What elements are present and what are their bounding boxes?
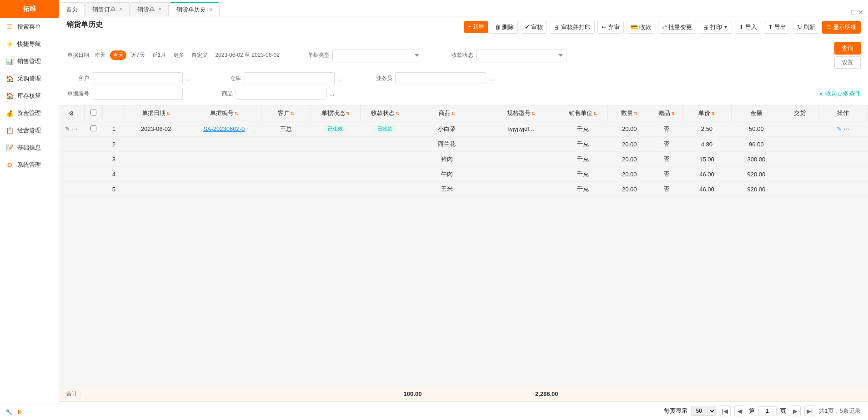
date-tag-more[interactable]: 更多: [171, 50, 187, 60]
row-settings-cell: [59, 167, 84, 182]
table-row: 2 西兰花千克20.00否4.8096.00: [59, 137, 868, 152]
pay-status-select[interactable]: [476, 50, 567, 61]
pause-icon[interactable]: ⏸: [16, 409, 22, 415]
row-amount: 96.00: [732, 137, 781, 152]
date-tag-7days[interactable]: 近7天: [128, 50, 148, 60]
per-page-select[interactable]: 50 100 200: [691, 406, 716, 416]
row-action-edit-icon[interactable]: ✎: [837, 125, 842, 132]
th-customer[interactable]: 客户 ⇅: [261, 105, 311, 121]
filter-docno: 单据编号: [66, 88, 183, 100]
review-button[interactable]: ✔ 审核: [521, 21, 547, 34]
page-input[interactable]: 1: [758, 406, 777, 415]
th-date[interactable]: 单据日期 ⇅: [125, 105, 187, 121]
th-qty[interactable]: 数量 ⇅: [608, 105, 651, 121]
collect-button[interactable]: 💳 收款: [627, 21, 655, 34]
new-button[interactable]: + 新增: [464, 21, 488, 33]
review-print-button[interactable]: 🖨 审核并打印: [550, 21, 595, 34]
settings-bottom-icon[interactable]: 🔧: [5, 409, 13, 415]
date-tag-yesterday[interactable]: 昨天: [92, 50, 108, 60]
sidebar-item-system[interactable]: ⚙ 系统管理: [0, 156, 59, 174]
row-qty: 20.00: [608, 182, 651, 197]
date-tag-1month[interactable]: 近1月: [150, 50, 169, 60]
sidebar-item-finance[interactable]: 💰 资金管理: [0, 105, 59, 122]
date-tag-today[interactable]: 今天: [110, 50, 126, 60]
docno-input[interactable]: [92, 88, 183, 100]
th-goods[interactable]: 商品 ⇅: [410, 105, 484, 121]
th-pay-status[interactable]: 收款状态 ⇅: [360, 105, 410, 121]
tab-home[interactable]: 首页: [59, 2, 85, 16]
sidebar: 拓维 ☰ 搜索菜单 ⚡ 快捷导航 📊 销售管理 🏠 采购管理 🏠 库存核算 💰 …: [0, 0, 59, 420]
row-date: [125, 182, 187, 197]
export-button[interactable]: ⬆ 导出: [764, 21, 790, 34]
th-action: 操作: [818, 105, 868, 121]
th-settings[interactable]: ⚙: [59, 105, 84, 121]
th-status[interactable]: 单据状态 ⇅: [311, 105, 360, 121]
prev-page-button[interactable]: ◀: [734, 405, 745, 416]
query-button[interactable]: 查询: [834, 42, 861, 55]
tab-sales-history[interactable]: 销货单历史 ✕: [170, 2, 220, 16]
row-price: 2.50: [682, 121, 732, 137]
sort-pay-status-icon: ⇅: [396, 111, 399, 116]
tab-sales-history-close[interactable]: ✕: [209, 7, 213, 13]
collapse-arrow-icon: ∧: [819, 90, 823, 97]
sidebar-item-inventory[interactable]: 🏠 库存核算: [0, 87, 59, 105]
window-minimize-icon[interactable]: —: [843, 9, 849, 16]
goods-ellipsis[interactable]: ...: [329, 90, 335, 97]
th-price[interactable]: 单价 ⇅: [682, 105, 732, 121]
sidebar-item-quick-nav[interactable]: ⚡ 快捷导航: [0, 35, 59, 53]
row-action-more-icon[interactable]: ⋯: [843, 125, 849, 132]
th-code[interactable]: 单据编号 ⇅: [187, 105, 261, 121]
import-icon: ⬇: [739, 24, 744, 30]
sidebar-item-basic-info[interactable]: 📝 基础信息: [0, 139, 59, 156]
first-page-button[interactable]: |◀: [720, 405, 731, 416]
next-page-button[interactable]: ▶: [790, 405, 801, 416]
row-trade: [781, 152, 818, 167]
collect-icon: 💳: [631, 24, 638, 30]
th-spec[interactable]: 规格型号 ⇅: [484, 105, 558, 121]
sidebar-item-purchase-mgmt[interactable]: 🏠 采购管理: [0, 70, 59, 87]
type-select[interactable]: [332, 50, 423, 61]
tab-sales-order-close[interactable]: ✕: [119, 6, 123, 12]
last-page-button[interactable]: ▶|: [804, 405, 815, 416]
row-qty: 20.00: [608, 152, 651, 167]
refresh-button[interactable]: ↻ 刷新: [793, 21, 819, 34]
collapse-button[interactable]: ∧ 收起更多条件: [819, 90, 861, 98]
delete-button[interactable]: 🗑 删除: [491, 21, 518, 34]
sales-mgmt-icon: 📊: [5, 57, 14, 65]
display-button[interactable]: ☰ 显示明细: [822, 21, 861, 34]
sidebar-item-operations[interactable]: 📋 经营管理: [0, 122, 59, 139]
row-edit-icon[interactable]: ✎: [65, 125, 70, 132]
row-amount: 300.00: [732, 152, 781, 167]
row-checkbox[interactable]: [90, 125, 96, 131]
import-button[interactable]: ⬇ 导入: [735, 21, 761, 34]
discard-button[interactable]: ↩ 弃审: [597, 21, 624, 34]
window-close-icon[interactable]: ✕: [858, 9, 863, 16]
th-unit[interactable]: 销售单位 ⇅: [558, 105, 608, 121]
tab-sales-order[interactable]: 销售订单 ✕: [85, 2, 130, 16]
date-tag-custom[interactable]: 自定义: [189, 50, 211, 60]
sidebar-bottom: 🔧 ⏸: [0, 404, 59, 420]
sidebar-item-sales-mgmt[interactable]: 📊 销售管理: [0, 53, 59, 70]
customer-input[interactable]: [92, 72, 183, 84]
batch-change-button[interactable]: ⇄ 批量变更: [658, 21, 696, 34]
warehouse-ellipsis[interactable]: ...: [337, 75, 343, 82]
setting-button[interactable]: 设置: [834, 56, 861, 69]
column-settings-icon[interactable]: ⚙: [69, 110, 74, 117]
print-button[interactable]: 🖨 打印 ▼: [699, 21, 732, 34]
goods-input[interactable]: [236, 88, 326, 100]
window-maximize-icon[interactable]: □: [852, 9, 855, 16]
row-pay-status: 已收款: [360, 121, 410, 137]
row-date: 2023-06-02: [125, 121, 187, 137]
row-code-link[interactable]: SA-20230602-0: [203, 125, 245, 132]
select-all-checkbox[interactable]: [90, 110, 96, 115]
sidebar-item-search-menu[interactable]: ☰ 搜索菜单: [0, 18, 59, 35]
warehouse-input[interactable]: [244, 72, 335, 84]
customer-ellipsis[interactable]: ...: [186, 75, 191, 82]
tab-sales-goods[interactable]: 销货单 ✕: [130, 2, 169, 16]
tab-sales-goods-close[interactable]: ✕: [158, 6, 162, 12]
salesperson-input[interactable]: [395, 72, 486, 84]
row-more-icon[interactable]: ⋯: [72, 125, 78, 132]
salesperson-ellipsis[interactable]: ...: [489, 75, 494, 82]
th-gift[interactable]: 赠品 ⇅: [651, 105, 682, 121]
sidebar-item-label: 搜索菜单: [17, 23, 41, 31]
